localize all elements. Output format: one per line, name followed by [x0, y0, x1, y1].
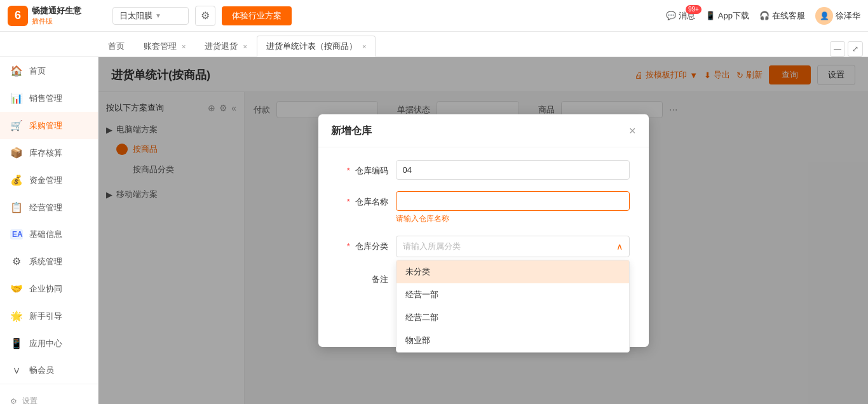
modal-overlay: 新增仓库 × * 仓库编码	[98, 57, 868, 404]
tab-close-account[interactable]: ×	[182, 43, 186, 50]
add-warehouse-modal: 新增仓库 × * 仓库编码	[318, 114, 649, 347]
purchase-icon: 🛒	[10, 119, 23, 131]
dropdown-item-property[interactable]: 物业部	[397, 329, 629, 352]
sidebar-item-finance[interactable]: 💰 资金管理	[0, 166, 98, 194]
sidebar: 🏠 首页 📊 销售管理 🛒 采购管理 📦 库存核算 💰 资金管理 📋 经营管理 …	[0, 57, 98, 404]
app-download-action[interactable]: 📱 App下载	[705, 10, 749, 22]
settings-icon-btn[interactable]: ⚙	[195, 6, 215, 26]
tab-close-purchase-return[interactable]: ×	[243, 43, 247, 50]
tab-expand-btn[interactable]: ⤢	[848, 41, 863, 57]
inventory-icon: 📦	[10, 147, 23, 159]
name-error-msg: 请输入仓库名称	[396, 213, 630, 224]
gear-icon: ⚙	[201, 10, 210, 22]
avatar: 👤	[815, 7, 833, 25]
tab-account[interactable]: 账套管理 ×	[134, 35, 195, 57]
form-row-name: * 仓库名称 请输入仓库名称	[337, 191, 630, 224]
warehouse-name-input[interactable]	[396, 191, 630, 211]
headset-icon: 🎧	[759, 11, 770, 20]
sidebar-item-system[interactable]: ⚙ 系统管理	[0, 248, 98, 275]
tab-bar: 首页 账套管理 × 进货退货 × 进货单统计表（按商品） × — ⤢	[0, 32, 868, 57]
sidebar-item-basic-info[interactable]: EA 基础信息	[0, 221, 98, 248]
trial-button[interactable]: 体验行业方案	[222, 6, 292, 25]
enterprise-icon: 🤝	[10, 283, 23, 295]
guide-icon: 🌟	[10, 310, 23, 322]
logo-text: 畅捷通好生意 插件版	[32, 5, 81, 26]
chevron-down-icon: ▼	[155, 12, 161, 19]
basic-info-icon: EA	[10, 229, 23, 239]
online-service-action[interactable]: 🎧 在线客服	[759, 10, 805, 22]
logo-area: 6 畅捷通好生意 插件版	[8, 5, 106, 26]
main-layout: 🏠 首页 📊 销售管理 🛒 采购管理 📦 库存核算 💰 资金管理 📋 经营管理 …	[0, 57, 868, 404]
sidebar-item-enterprise[interactable]: 🤝 企业协同	[0, 275, 98, 302]
sidebar-bottom: ⚙ 设置	[0, 384, 98, 404]
store-selector[interactable]: 日太阳膜 ▼	[112, 7, 189, 25]
category-dropdown: 未分类 经营一部 经营二部 物业部	[396, 260, 630, 353]
message-badge: 99+	[686, 5, 702, 14]
tab-home[interactable]: 首页	[98, 35, 134, 57]
user-action[interactable]: 👤 徐泽华	[815, 7, 860, 25]
name-label: * 仓库名称	[337, 191, 388, 208]
sidebar-item-purchase[interactable]: 🛒 采购管理	[0, 112, 98, 139]
operations-icon: 📋	[10, 201, 23, 213]
sidebar-item-inventory[interactable]: 📦 库存核算	[0, 139, 98, 166]
logo-icon: 6	[8, 6, 28, 26]
modal-title: 新增仓库	[331, 125, 372, 138]
code-control-wrap	[396, 160, 630, 180]
message-icon: 💬	[666, 11, 676, 20]
tab-close-purchase-stats[interactable]: ×	[362, 43, 366, 50]
name-control-wrap: 请输入仓库名称	[396, 191, 630, 224]
appstore-icon: 📱	[10, 337, 23, 349]
content-area: 进货单统计(按商品) 🖨 按模板打印 ▼ ⬇ 导出 ↻ 刷新 查询 设置	[98, 57, 868, 404]
modal-header: 新增仓库 ×	[318, 114, 649, 147]
header-right: 💬 消息 99+ 📱 App下载 🎧 在线客服 👤 徐泽华	[666, 7, 860, 25]
sidebar-item-sales[interactable]: 📊 销售管理	[0, 84, 98, 112]
sidebar-item-home[interactable]: 🏠 首页	[0, 57, 98, 84]
dropdown-item-dept2[interactable]: 经营二部	[397, 306, 629, 329]
sidebar-settings-btn[interactable]: ⚙ 设置	[0, 391, 98, 404]
modal-body: * 仓库编码 * 仓库名称	[318, 147, 649, 313]
phone-icon: 📱	[705, 11, 715, 20]
tab-purchase-return[interactable]: 进货退货 ×	[195, 35, 256, 57]
settings-bottom-icon: ⚙	[10, 397, 17, 405]
up-arrow-icon: ∧	[616, 241, 623, 252]
top-header: 6 畅捷通好生意 插件版 日太阳膜 ▼ ⚙ 体验行业方案 💬 消息 99+ 📱 …	[0, 0, 868, 32]
category-label: * 仓库分类	[337, 236, 388, 252]
tab-purchase-stats[interactable]: 进货单统计表（按商品） ×	[257, 36, 376, 57]
category-select[interactable]: 请输入所属分类 ∧	[396, 236, 630, 257]
category-control-wrap: 请输入所属分类 ∧ 未分类 经营一部 经营二部 物业部	[396, 236, 630, 257]
finance-icon: 💰	[10, 174, 23, 186]
system-icon: ⚙	[10, 255, 23, 267]
dropdown-item-unclassified[interactable]: 未分类	[397, 260, 629, 283]
tab-controls: — ⤢	[830, 41, 868, 57]
form-row-code: * 仓库编码	[337, 160, 630, 180]
sales-icon: 📊	[10, 92, 23, 104]
sidebar-item-guide[interactable]: 🌟 新手引导	[0, 302, 98, 330]
tab-collapse-btn[interactable]: —	[830, 41, 845, 57]
sidebar-item-operations[interactable]: 📋 经营管理	[0, 194, 98, 221]
vip-icon: V	[10, 366, 23, 375]
message-action[interactable]: 💬 消息 99+	[666, 10, 695, 22]
code-label: * 仓库编码	[337, 160, 388, 177]
home-icon: 🏠	[10, 65, 23, 77]
dropdown-item-dept1[interactable]: 经营一部	[397, 283, 629, 306]
warehouse-code-input[interactable]	[396, 160, 630, 180]
sidebar-item-appstore[interactable]: 📱 应用中心	[0, 330, 98, 357]
sidebar-item-vip[interactable]: V 畅会员	[0, 357, 98, 384]
form-row-category: * 仓库分类 请输入所属分类 ∧ 未分类 经营一部	[337, 236, 630, 257]
modal-close-button[interactable]: ×	[629, 125, 636, 138]
note-label: 备注	[337, 269, 388, 285]
